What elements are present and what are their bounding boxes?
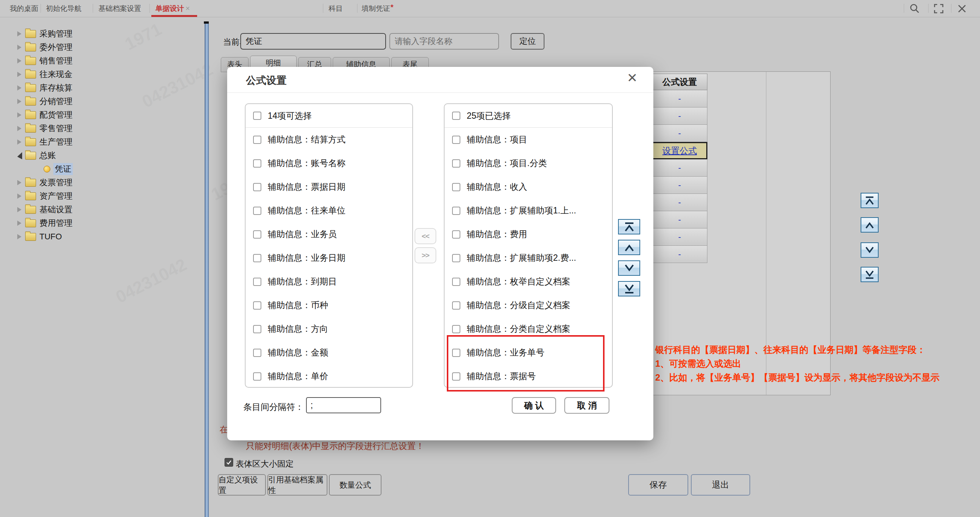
expander-icon[interactable] <box>17 31 21 37</box>
list-item[interactable]: 辅助信息：往来单位 <box>245 199 412 222</box>
expander-icon[interactable] <box>17 85 21 91</box>
selected-list-header[interactable]: 25项已选择 <box>445 104 612 128</box>
checkbox[interactable] <box>253 254 261 262</box>
move-bottom-button[interactable] <box>618 281 640 297</box>
tab-fill-voucher[interactable]: 填制凭证 <box>361 4 390 14</box>
confirm-button[interactable]: 确 认 <box>512 397 556 414</box>
move-left-button[interactable]: << <box>415 228 436 244</box>
formula-cell[interactable]: - <box>652 125 707 142</box>
formula-cell[interactable]: - <box>652 177 707 194</box>
sidebar-item-invoice[interactable]: 发票管理 <box>0 176 203 189</box>
formula-link[interactable]: - <box>678 129 681 138</box>
expander-icon[interactable] <box>17 126 21 131</box>
list-item[interactable]: 辅助信息：扩展辅助项1.上... <box>445 199 612 222</box>
checkbox[interactable] <box>253 207 261 215</box>
expander-icon[interactable] <box>17 99 21 104</box>
expander-icon[interactable] <box>17 72 21 77</box>
formula-cell[interactable]: - <box>652 194 707 211</box>
list-item[interactable]: 辅助信息：方向 <box>245 317 412 341</box>
expander-icon[interactable] <box>17 112 21 118</box>
checkbox[interactable] <box>452 372 460 381</box>
formula-link[interactable]: - <box>678 215 681 225</box>
exit-button[interactable]: 退出 <box>691 474 750 496</box>
list-item[interactable]: 辅助信息：业务日期 <box>245 246 412 270</box>
expander-open-icon[interactable] <box>17 152 22 159</box>
list-item[interactable]: 辅助信息：币种 <box>245 294 412 317</box>
list-item[interactable]: 辅助信息：单价 <box>245 364 412 388</box>
formula-cell-selected[interactable]: 设置公式 <box>652 142 707 159</box>
close-icon[interactable] <box>956 3 968 14</box>
formula-link[interactable]: - <box>678 94 681 104</box>
sidebar-item-base-settings[interactable]: 基础设置 <box>0 203 203 216</box>
formula-cell[interactable]: - <box>652 90 707 107</box>
sidebar-item-assets[interactable]: 资产管理 <box>0 189 203 203</box>
expander-icon[interactable] <box>17 58 21 64</box>
list-item[interactable]: 辅助信息：票据日期 <box>245 175 412 199</box>
locate-button[interactable]: 定位 <box>511 33 544 49</box>
list-item[interactable]: 辅助信息：金额 <box>245 341 412 364</box>
tab-doc-design[interactable]: 单据设计 <box>156 4 184 14</box>
move-top-button[interactable] <box>618 219 640 235</box>
formula-cell[interactable]: - <box>652 211 707 228</box>
checkbox[interactable] <box>452 159 460 168</box>
formula-cell[interactable]: - <box>652 159 707 177</box>
fixed-size-checkbox[interactable] <box>224 458 233 467</box>
fixed-size-checkbox-label[interactable]: 表体区大小固定 <box>236 458 294 470</box>
tab-my-desktop[interactable]: 我的桌面 <box>10 4 38 14</box>
list-item[interactable]: 辅助信息：费用 <box>445 222 612 246</box>
tab-subject[interactable]: 科目 <box>329 4 343 14</box>
list-item[interactable]: 辅助信息：到期日 <box>245 270 412 294</box>
move-bottom-button[interactable] <box>861 267 879 282</box>
checkbox[interactable] <box>452 278 460 286</box>
checkbox[interactable] <box>253 302 261 310</box>
dialog-close-icon[interactable]: ✕ <box>627 72 638 84</box>
list-item-highlighted[interactable]: 辅助信息：业务单号 <box>445 341 612 364</box>
list-item[interactable]: 辅助信息：扩展辅助项2.费... <box>445 246 612 270</box>
checkbox[interactable] <box>253 349 261 357</box>
expander-icon[interactable] <box>17 45 21 50</box>
list-item[interactable]: 辅助信息：结算方式 <box>245 128 412 152</box>
list-item-highlighted[interactable]: 辅助信息：票据号 <box>445 364 612 388</box>
formula-cell[interactable]: - <box>652 107 707 125</box>
search-icon[interactable] <box>908 3 921 14</box>
qty-formula-button[interactable]: 数量公式 <box>329 474 382 496</box>
sidebar-item-distribution[interactable]: 分销管理 <box>0 95 203 108</box>
expander-icon[interactable] <box>17 139 21 145</box>
formula-link[interactable]: - <box>678 198 681 207</box>
select-all-checkbox[interactable] <box>253 112 261 120</box>
tab-init-nav[interactable]: 初始化导航 <box>46 4 81 14</box>
set-formula-link[interactable]: 设置公式 <box>662 145 697 157</box>
available-list-header[interactable]: 14项可选择 <box>245 104 412 128</box>
tab-base-archive[interactable]: 基础档案设置 <box>99 4 141 14</box>
expander-icon[interactable] <box>17 207 21 212</box>
checkbox[interactable] <box>253 136 261 144</box>
sidebar-item-expense[interactable]: 费用管理 <box>0 216 203 230</box>
select-all-checkbox[interactable] <box>452 112 460 120</box>
sidebar-item-sales[interactable]: 销售管理 <box>0 54 203 68</box>
sidebar-item-production[interactable]: 生产管理 <box>0 135 203 149</box>
tab-close-icon[interactable]: × <box>186 4 190 13</box>
checkbox[interactable] <box>452 302 460 310</box>
list-item[interactable]: 辅助信息：枚举自定义档案 <box>445 270 612 294</box>
checkbox[interactable] <box>452 254 460 262</box>
list-item[interactable]: 辅助信息：分类自定义档案 <box>445 317 612 341</box>
current-doc-input[interactable] <box>240 33 386 49</box>
formula-link[interactable]: - <box>678 249 681 259</box>
expander-icon[interactable] <box>17 234 21 239</box>
expander-icon[interactable] <box>17 220 21 226</box>
sidebar-item-inventory[interactable]: 库存核算 <box>0 81 203 95</box>
formula-cell[interactable]: - <box>652 228 707 246</box>
checkbox[interactable] <box>452 230 460 239</box>
checkbox[interactable] <box>452 136 460 144</box>
ref-archive-button[interactable]: 引用基础档案属性 <box>267 474 328 496</box>
list-item[interactable]: 辅助信息：项目 <box>445 128 612 152</box>
formula-link[interactable]: - <box>678 111 681 121</box>
checkbox[interactable] <box>452 183 460 191</box>
expander-icon[interactable] <box>17 193 21 199</box>
field-search-input[interactable] <box>389 33 499 49</box>
checkbox[interactable] <box>253 372 261 381</box>
sidebar-item-retail[interactable]: 零售管理 <box>0 122 203 135</box>
list-item[interactable]: 辅助信息：分级自定义档案 <box>445 294 612 317</box>
panel-splitter-handle[interactable] <box>204 21 209 24</box>
sidebar-item-ar-ap-cash[interactable]: 往来现金 <box>0 68 203 81</box>
